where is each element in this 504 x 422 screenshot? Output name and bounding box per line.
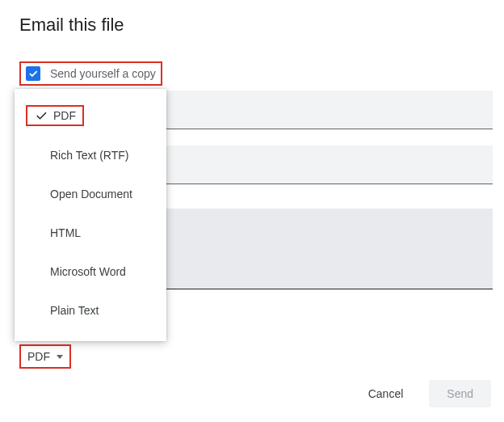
dialog-footer: Cancel Send <box>351 380 491 407</box>
dialog-title: Email this file <box>0 0 504 47</box>
check-icon <box>34 108 53 123</box>
format-option-html[interactable]: HTML <box>15 213 166 252</box>
send-yourself-copy-row: Send yourself a copy <box>19 61 162 86</box>
format-option-microsoft-word[interactable]: Microsoft Word <box>15 252 166 291</box>
format-dropdown-label: PDF <box>27 350 50 363</box>
format-option-plain-text[interactable]: Plain Text <box>15 291 166 330</box>
cancel-button[interactable]: Cancel <box>351 380 422 407</box>
format-option-label: Microsoft Word <box>50 262 126 281</box>
send-button[interactable]: Send <box>429 380 491 407</box>
checkmark-icon <box>27 68 39 79</box>
format-option-label: PDF <box>53 109 76 122</box>
send-yourself-copy-checkbox[interactable] <box>26 66 40 81</box>
format-dropdown-menu: PDF Rich Text (RTF) Open Document HTML M… <box>15 89 166 341</box>
format-option-label: HTML <box>50 223 81 243</box>
format-option-label: Plain Text <box>50 301 99 320</box>
format-option-rtf[interactable]: Rich Text (RTF) <box>15 136 166 175</box>
format-option-label: Open Document <box>50 184 132 204</box>
send-yourself-copy-label: Send yourself a copy <box>50 67 156 80</box>
format-option-pdf[interactable]: PDF <box>15 95 166 136</box>
format-option-open-document[interactable]: Open Document <box>15 175 166 213</box>
caret-down-icon <box>57 355 63 359</box>
format-dropdown-trigger[interactable]: PDF <box>19 344 71 369</box>
format-option-label: Rich Text (RTF) <box>50 146 129 165</box>
dialog-body: Send yourself a copy ogle Docs- Hridoy o… <box>0 50 504 86</box>
